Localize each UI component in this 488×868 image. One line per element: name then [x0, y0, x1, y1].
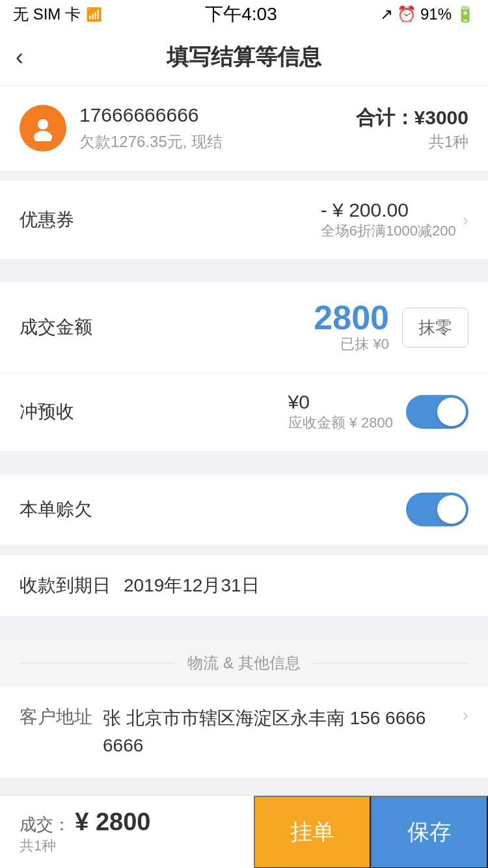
coupon-label: 优惠券 [20, 208, 74, 232]
logistics-divider: 物流 & 其他信息 [0, 640, 488, 686]
duedate-value: 2019年12月31日 [124, 573, 260, 598]
content: 17666666666 欠款1276.35元, 现结 合计：¥3000 共1种 … [0, 86, 488, 868]
chevron-right-icon: › [463, 210, 468, 230]
status-left: 无 SIM 卡 📶 [13, 4, 102, 25]
customer-info: 17666666666 欠款1276.35元, 现结 [79, 104, 223, 152]
section-divider-2 [0, 461, 488, 474]
prepay-right: ¥0 应收金额 ¥ 2800 [288, 391, 468, 433]
page-title: 填写结算等信息 [167, 42, 321, 72]
hold-button[interactable]: 挂单 [254, 796, 371, 869]
address-value: 张 北京市市辖区海淀区永丰南 156 6666 6666 [103, 705, 452, 759]
total-amount: 合计：¥3000 [356, 105, 468, 131]
save-button[interactable]: 保存 [371, 796, 488, 869]
divider-line-left [20, 663, 174, 664]
debt-row: 本单赊欠 [0, 474, 488, 545]
wifi-icon: 📶 [86, 7, 102, 22]
bottom-count: 共1种 [20, 836, 234, 856]
bottom-amount: ¥ 2800 [75, 808, 150, 835]
duedate-row: 收款到期日 2019年12月31日 [0, 555, 488, 616]
prepay-label: 冲预收 [20, 400, 74, 424]
status-bar: 无 SIM 卡 📶 下午4:03 ↗ ⏰ 91% 🔋 [0, 0, 488, 29]
section-divider-3 [0, 627, 488, 640]
debt-label: 本单赊欠 [20, 497, 92, 522]
customer-left: 17666666666 欠款1276.35元, 现结 [20, 104, 223, 152]
prepay-receivable: 应收金额 ¥ 2800 [288, 413, 393, 433]
coupon-desc: 全场6折满1000减200 [321, 221, 456, 241]
section-divider-1 [0, 269, 488, 282]
duedate-label: 收款到期日 [20, 573, 111, 598]
address-row[interactable]: 客户地址 张 北京市市辖区海淀区永丰南 156 6666 6666 › [0, 686, 488, 778]
prepay-row: 冲预收 ¥0 应收金额 ¥ 2800 [0, 373, 488, 451]
erased-label: 已抹 ¥0 [314, 334, 389, 354]
divider-line-right [314, 663, 468, 664]
form-section-1: 成交金额 2800 已抹 ¥0 抹零 冲预收 ¥0 应收金额 ¥ 2800 [0, 282, 488, 451]
svg-point-1 [34, 131, 52, 141]
coupon-right: - ¥ 200.00 全场6折满1000减200 › [321, 199, 468, 241]
customer-card: 17666666666 欠款1276.35元, 现结 合计：¥3000 共1种 [0, 86, 488, 170]
customer-right: 合计：¥3000 共1种 [356, 105, 468, 152]
svg-point-0 [38, 119, 48, 129]
status-right: ↗ ⏰ 91% 🔋 [380, 5, 475, 23]
bottom-summary: 成交： ¥ 2800 共1种 [0, 808, 254, 856]
battery-text: 91% [420, 5, 452, 23]
customer-phone: 17666666666 [79, 104, 223, 126]
amount-right: 2800 已抹 ¥0 抹零 [314, 301, 468, 354]
erase-button[interactable]: 抹零 [402, 308, 468, 347]
transaction-amount: 2800 [314, 299, 389, 336]
prepay-toggle[interactable] [406, 395, 468, 429]
alarm-icon: ⏰ [397, 5, 416, 23]
address-label: 客户地址 [20, 705, 92, 729]
nav-bar: ‹ 填写结算等信息 [0, 29, 488, 86]
total-count: 共1种 [356, 131, 468, 152]
amount-row: 成交金额 2800 已抹 ¥0 抹零 [0, 282, 488, 373]
coupon-discount: - ¥ 200.00 [321, 199, 409, 221]
address-chevron-icon: › [463, 705, 468, 726]
transaction-label: 成交金额 [20, 315, 92, 340]
back-button[interactable]: ‹ [16, 44, 23, 71]
battery-icon: 🔋 [455, 5, 475, 23]
bottom-bar: 成交： ¥ 2800 共1种 挂单 保存 [0, 795, 488, 868]
debt-toggle[interactable] [406, 493, 468, 526]
deal-label: 成交： ¥ 2800 [20, 815, 150, 834]
prepay-value: ¥0 [288, 391, 310, 413]
location-icon: ↗ [380, 5, 393, 23]
coupon-row[interactable]: 优惠券 - ¥ 200.00 全场6折满1000减200 › [0, 181, 488, 259]
carrier-text: 无 SIM 卡 [13, 4, 81, 25]
time-display: 下午4:03 [205, 2, 277, 27]
logistics-label: 物流 & 其他信息 [187, 653, 300, 673]
customer-debt: 欠款1276.35元, 现结 [79, 131, 223, 152]
avatar [20, 105, 66, 152]
